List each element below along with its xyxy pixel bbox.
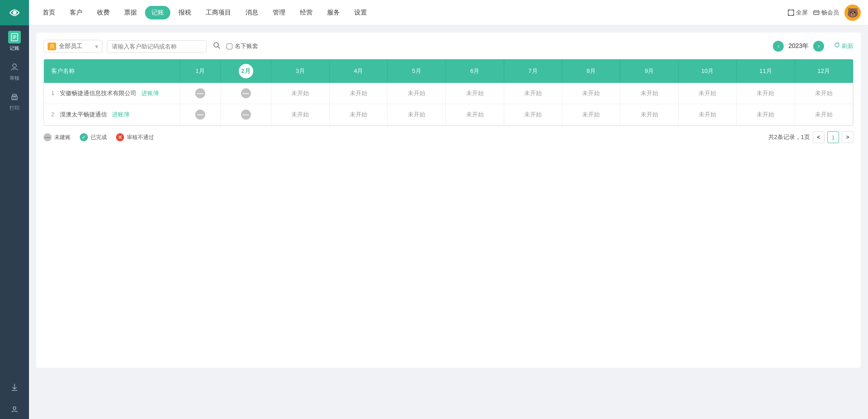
checkbox-label[interactable]: 名下账套 bbox=[227, 42, 258, 50]
col-aug: 8月 bbox=[562, 59, 620, 83]
topnav: 首页 客户 收费 票据 记账 报税 工商项目 消息 管理 经营 服务 设置 全屏 bbox=[29, 0, 868, 25]
svg-point-13 bbox=[214, 43, 218, 47]
nav-customer[interactable]: 客户 bbox=[63, 6, 89, 19]
prev-page-btn[interactable]: < bbox=[813, 131, 825, 143]
sidebar-item-audit[interactable]: 审核 bbox=[0, 55, 29, 85]
svg-rect-7 bbox=[13, 94, 16, 96]
not-started: 未开始 bbox=[524, 111, 542, 118]
prev-year-btn[interactable]: ‹ bbox=[773, 41, 784, 52]
not-started: 未开始 bbox=[757, 111, 774, 118]
vip-btn[interactable]: 畅会员 bbox=[813, 9, 839, 17]
nav-service[interactable]: 服务 bbox=[321, 6, 346, 19]
ledger-table-wrap: 客户名称 1月 2月 3月 4月 5月 6月 7月 8月 9月 bbox=[43, 59, 854, 126]
not-started: 未开始 bbox=[350, 111, 367, 118]
next-page-btn[interactable]: > bbox=[842, 131, 854, 143]
app-logo[interactable] bbox=[0, 0, 29, 25]
col-sep: 9月 bbox=[620, 59, 678, 83]
row2-m7: 未开始 bbox=[504, 104, 562, 125]
legend-dot-gray: — bbox=[43, 133, 52, 141]
year-label: 2023年 bbox=[788, 42, 809, 50]
print-icon bbox=[8, 91, 21, 103]
row1-m4: 未开始 bbox=[329, 83, 387, 104]
row2-m6: 未开始 bbox=[446, 104, 504, 125]
row2-name: 漠澳太平畅捷通信 bbox=[60, 111, 107, 118]
fullscreen-label: 全屏 bbox=[796, 9, 808, 17]
row1-name: 安徽畅捷通信息技术有限公司 bbox=[60, 90, 136, 96]
sidebar: 记账 审核 打印 bbox=[0, 0, 29, 419]
svg-point-5 bbox=[13, 64, 16, 67]
nav-accounting[interactable]: 记账 bbox=[145, 6, 170, 19]
nav-settings[interactable]: 设置 bbox=[348, 6, 373, 19]
row1-link[interactable]: 进账簿 bbox=[141, 90, 159, 96]
sidebar-item-ledger[interactable]: 记账 bbox=[0, 25, 29, 55]
legend-rejected: ✕ 审核不通过 bbox=[116, 133, 154, 141]
checkbox-text: 名下账套 bbox=[235, 42, 258, 50]
user-avatar[interactable]: 🐻 bbox=[844, 5, 861, 21]
row2-m8: 未开始 bbox=[562, 104, 620, 125]
legend-dot-teal: ✓ bbox=[80, 133, 88, 141]
checkbox-mine[interactable] bbox=[227, 43, 232, 49]
nav-manage[interactable]: 管理 bbox=[266, 6, 292, 19]
nav-billing[interactable]: 收费 bbox=[91, 6, 116, 19]
col-feb: 2月 bbox=[220, 59, 271, 83]
row2-num: 2 bbox=[51, 111, 54, 118]
table-row: 1 安徽畅捷通信息技术有限公司 进账簿 — — 未开始 未开始 未开始 未开始 … bbox=[44, 83, 853, 104]
status-dash: — bbox=[241, 88, 251, 98]
row2-m5: 未开始 bbox=[387, 104, 445, 125]
col-dec: 12月 bbox=[795, 59, 853, 83]
ledger-table: 客户名称 1月 2月 3月 4月 5月 6月 7月 8月 9月 bbox=[44, 59, 853, 125]
legend-completed: ✓ 已完成 bbox=[80, 133, 107, 141]
not-started: 未开始 bbox=[815, 111, 833, 118]
sidebar-item-print[interactable]: 打印 bbox=[0, 85, 29, 115]
sidebar-item-download[interactable] bbox=[0, 376, 29, 397]
col-mar: 3月 bbox=[271, 59, 329, 83]
status-dash: — bbox=[195, 110, 205, 120]
nav-home[interactable]: 首页 bbox=[36, 6, 62, 19]
row2-m11: 未开始 bbox=[737, 104, 795, 125]
download-icon bbox=[8, 381, 21, 394]
next-year-btn[interactable]: › bbox=[813, 41, 824, 52]
row1-m1: — bbox=[180, 83, 220, 104]
dropdown-icon: ▾ bbox=[95, 43, 98, 50]
row1-m6: 未开始 bbox=[446, 83, 504, 104]
fullscreen-btn[interactable]: 全屏 bbox=[788, 9, 808, 17]
row2-link[interactable]: 进账簿 bbox=[112, 111, 130, 118]
vip-label: 畅会员 bbox=[821, 9, 839, 17]
user2-icon bbox=[8, 403, 21, 415]
content-area: 员 全部员工 ▾ 名下账套 ‹ 2023年 bbox=[29, 25, 868, 419]
nav-tax[interactable]: 报税 bbox=[172, 6, 198, 19]
not-started: 未开始 bbox=[466, 90, 484, 96]
year-nav: ‹ 2023年 › bbox=[773, 41, 824, 52]
refresh-button[interactable]: 刷新 bbox=[834, 42, 854, 50]
col-customer: 客户名称 bbox=[44, 59, 180, 83]
sidebar-item-print-label: 打印 bbox=[10, 105, 19, 111]
nav-operation[interactable]: 经营 bbox=[294, 6, 319, 19]
status-dash: — bbox=[195, 88, 205, 98]
row1-m2: — bbox=[220, 83, 271, 104]
row1-m7: 未开始 bbox=[504, 83, 562, 104]
sidebar-item-user2[interactable] bbox=[0, 397, 29, 419]
total-text: 共2条记录，1页 bbox=[768, 133, 810, 141]
row1-m11: 未开始 bbox=[737, 83, 795, 104]
row2-m9: 未开始 bbox=[620, 104, 678, 125]
not-started: 未开始 bbox=[582, 111, 600, 118]
row1-m3: 未开始 bbox=[271, 83, 329, 104]
current-month-badge: 2月 bbox=[239, 64, 253, 78]
search-button[interactable] bbox=[211, 42, 222, 51]
employee-select[interactable]: 员 全部员工 ▾ bbox=[43, 40, 102, 53]
col-jun: 6月 bbox=[446, 59, 504, 83]
current-page[interactable]: 1 bbox=[827, 131, 839, 143]
employee-select-label: 全部员工 bbox=[59, 42, 82, 50]
nav-message[interactable]: 消息 bbox=[239, 6, 265, 19]
legend-dot-red: ✕ bbox=[116, 133, 124, 141]
col-oct: 10月 bbox=[678, 59, 736, 83]
search-input[interactable] bbox=[107, 40, 207, 53]
pagination: 共2条记录，1页 < 1 > bbox=[768, 131, 854, 143]
legend-not-created: — 未建账 bbox=[43, 133, 71, 141]
not-started: 未开始 bbox=[408, 90, 425, 96]
nav-invoice[interactable]: 票据 bbox=[118, 6, 143, 19]
row2-m12: 未开始 bbox=[795, 104, 853, 125]
audit-icon bbox=[8, 61, 21, 73]
nav-business[interactable]: 工商项目 bbox=[199, 6, 237, 19]
legend-rejected-label: 审核不通过 bbox=[127, 134, 154, 141]
